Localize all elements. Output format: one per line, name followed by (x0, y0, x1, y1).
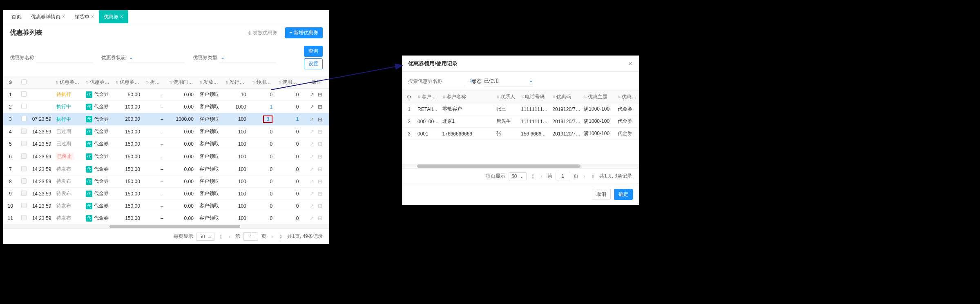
last-page-button[interactable]: ⟫ (590, 173, 596, 179)
close-icon[interactable]: × (62, 10, 65, 23)
settings-button[interactable]: 设置 (304, 58, 323, 69)
page-input[interactable] (556, 172, 570, 180)
share-icon: ↗ (310, 141, 314, 147)
horizontal-scrollbar[interactable] (3, 224, 329, 229)
header-threshold[interactable]: ⇅使用门槛.. (167, 76, 198, 89)
qrcode-icon[interactable]: ⊞ (318, 116, 322, 122)
table-row[interactable]: 11 14 23:59 待发布 代代金券 150.00 -- 0.00 客户领取… (3, 212, 329, 224)
used-count-link[interactable]: 1 (296, 116, 299, 122)
row-time: 07 23:59 (31, 113, 54, 126)
row-checkbox[interactable] (17, 101, 30, 113)
table-row[interactable]: 10 14 23:59 待发布 代代金券 150.00 -- 0.00 客户领取… (3, 200, 329, 212)
row-checkbox[interactable] (17, 212, 30, 224)
table-row[interactable]: 5 14 23:59 已过期 代代金券 150.00 -- 0.00 客户领取 … (3, 138, 329, 150)
filter-name: 优惠券名称 (10, 53, 93, 62)
page-input[interactable] (243, 232, 258, 241)
row-index: 5 (3, 138, 17, 150)
share-icon[interactable]: ↗ (310, 116, 314, 122)
filter-status-select[interactable]: ⌄ (127, 53, 185, 62)
header-method[interactable]: ⇅发放方式 (198, 76, 224, 89)
modal-search-input[interactable] (408, 77, 469, 86)
header-used[interactable]: ⇅使用数量 (277, 76, 303, 89)
table-row[interactable]: 8 14 23:59 待发布 代代金券 150.00 -- 0.00 客户领取 … (3, 175, 329, 188)
row-checkbox[interactable] (17, 113, 30, 126)
filter-name-input[interactable] (36, 53, 93, 62)
row-checkbox[interactable] (17, 150, 30, 163)
header-phone[interactable]: ⇅电话号码 (519, 91, 551, 103)
per-page-select[interactable]: 50 ⌄ (196, 233, 214, 241)
row-checkbox[interactable] (17, 175, 30, 188)
prev-page-button[interactable]: ‹ (539, 173, 544, 179)
table-row[interactable]: 3 07 23:59 执行中 代代金券 200.00 -- 1000.00 客户… (3, 113, 329, 126)
header-type[interactable]: ⇅优惠券类型 (84, 76, 114, 89)
header-coupon-no[interactable]: ⇅优惠码 (551, 91, 582, 103)
last-page-button[interactable]: ⟫ (278, 234, 284, 240)
header-claimed[interactable]: ⇅领用数量 (250, 76, 277, 89)
tab-0[interactable]: 首页 (7, 10, 26, 23)
header-gear[interactable]: ⚙ (3, 76, 17, 89)
first-page-button[interactable]: ⟪ (530, 173, 536, 179)
header-checkbox[interactable] (17, 76, 30, 89)
table-row[interactable]: 1 RETAIL.. 零散客户 张三 11111111111 2019120/7… (402, 103, 638, 115)
row-checkbox[interactable] (17, 138, 30, 150)
row-checkbox[interactable] (17, 200, 30, 212)
header-subject[interactable]: ⇅优惠主题 (582, 91, 616, 103)
tab-3[interactable]: 优惠券× (99, 10, 128, 23)
close-icon[interactable]: × (120, 10, 123, 23)
row-discount: -- (144, 188, 167, 200)
row-used: 0 (277, 89, 303, 101)
tab-2[interactable]: 销货单× (70, 10, 99, 23)
table-row[interactable]: 1 待执行 代代金券 50.00 -- 0.00 客户领取 10 0 0 ↗ ⊞ (3, 89, 329, 101)
prev-page-button[interactable]: ‹ (227, 234, 232, 240)
table-row[interactable]: 2 执行中 代代金券 100.00 -- 0.00 客户领取 1000 1 0 … (3, 101, 329, 113)
chevron-down-icon: ⌄ (529, 78, 533, 84)
modal-horizontal-scrollbar[interactable] (402, 164, 638, 168)
modal-status-select[interactable]: 已使用 ⌄ (484, 76, 533, 87)
first-page-button[interactable]: ⟪ (218, 234, 224, 240)
header-customer-name[interactable]: ⇅客户名称 (441, 91, 495, 103)
table-row[interactable]: 7 14 23:59 待发布 代代金券 150.00 -- 0.00 客户领取 … (3, 163, 329, 175)
row-checkbox[interactable] (17, 188, 30, 200)
status-badge: 待发布 (56, 215, 72, 222)
close-icon[interactable]: ✕ (628, 60, 633, 67)
row-used: 1 (277, 113, 303, 126)
next-page-button[interactable]: › (582, 173, 587, 179)
search-button[interactable]: 查询 (304, 46, 323, 57)
claimed-count-link[interactable]: 3 (263, 115, 272, 123)
next-page-button[interactable]: › (270, 234, 275, 240)
header-value[interactable]: ⇅优惠券面值 (114, 76, 144, 89)
header-type[interactable]: ⇅优惠券类 (616, 91, 638, 103)
header-gear[interactable]: ⚙ (402, 91, 416, 103)
table-row[interactable]: 6 14 23:59 已终止 代代金券 150.00 -- 0.00 客户领取 … (3, 150, 329, 163)
row-checkbox[interactable] (17, 163, 30, 175)
share-icon[interactable]: ↗ (310, 91, 314, 98)
scrollbar-thumb[interactable] (417, 164, 580, 168)
header-issued[interactable]: ⇅发行数量 (224, 76, 250, 89)
confirm-button[interactable]: 确定 (614, 189, 633, 200)
row-status: 待执行 (54, 89, 84, 101)
share-icon[interactable]: ↗ (310, 104, 314, 110)
header-customer-code[interactable]: ⇅客户... (416, 91, 441, 103)
row-checkbox[interactable] (17, 126, 30, 138)
row-checkbox[interactable] (17, 89, 30, 101)
tab-1[interactable]: 优惠券详情页× (26, 10, 70, 23)
per-page-select[interactable]: 50 ⌄ (509, 172, 527, 180)
table-row[interactable]: 3 0001 17666666666 张 156 6666 .. 2019120… (402, 128, 638, 140)
row-index: 2 (402, 115, 416, 128)
qrcode-icon[interactable]: ⊞ (318, 104, 322, 110)
filter-type-select[interactable]: ⌄ (219, 53, 276, 62)
close-icon[interactable]: × (91, 10, 94, 23)
distribute-coupon-button[interactable]: ⊕ 发放优惠券 (243, 27, 282, 38)
header-discount[interactable]: ⇅折扣% (144, 76, 167, 89)
add-coupon-button[interactable]: + 新增优惠券 (285, 27, 323, 38)
header-contact[interactable]: ⇅联系人 (495, 91, 520, 103)
scrollbar-thumb[interactable] (109, 225, 240, 228)
header-status[interactable]: ⇅优惠券状态 (54, 76, 84, 89)
qrcode-icon[interactable]: ⊞ (318, 91, 322, 98)
cancel-button[interactable]: 取消 (592, 189, 611, 200)
row-subject: 满1000-100 (582, 128, 616, 140)
table-row[interactable]: 2 00010001 北京1 唐先生 11111111111 2019120/7… (402, 115, 638, 128)
claimed-count-link[interactable]: 1 (270, 104, 272, 110)
table-row[interactable]: 9 14 23:59 待发布 代代金券 150.00 -- 0.00 客户领取 … (3, 188, 329, 200)
table-row[interactable]: 4 14 23:59 已过期 代代金券 150.00 -- 0.00 客户领取 … (3, 126, 329, 138)
